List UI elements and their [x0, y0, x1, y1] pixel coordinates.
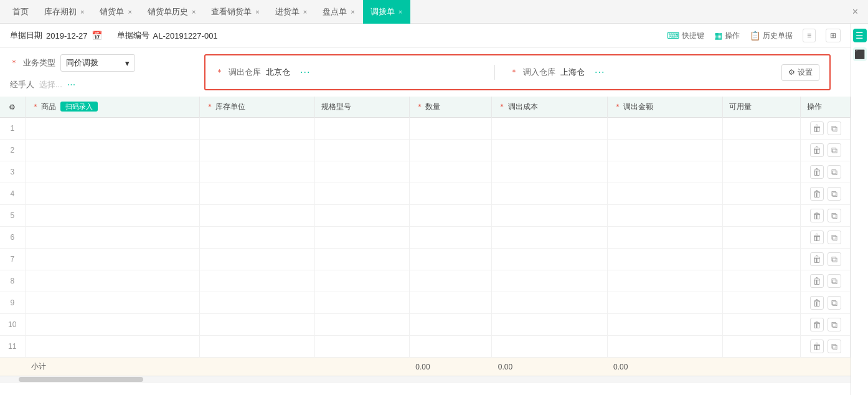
operations-action[interactable]: ▦ 操作 — [714, 31, 740, 41]
row-cost-8[interactable] — [492, 270, 607, 292]
delete-row-btn-5[interactable]: 🗑 — [810, 209, 824, 222]
out-warehouse-more-btn[interactable]: ··· — [300, 67, 310, 78]
row-qty-5[interactable] — [409, 205, 492, 227]
row-spec-7[interactable] — [315, 249, 410, 270]
sidebar-external-icon[interactable]: ⬛ — [853, 47, 867, 61]
biz-type-select[interactable]: 同价调拨 ▾ — [60, 54, 135, 72]
row-unit-8[interactable] — [199, 270, 314, 292]
shortcuts-action[interactable]: ⌨ 快捷键 — [667, 31, 704, 41]
sidebar-list-icon[interactable]: ☰ — [853, 29, 867, 42]
row-amount-7[interactable] — [607, 249, 722, 270]
row-available-7[interactable] — [722, 249, 800, 270]
delete-row-btn-2[interactable]: 🗑 — [810, 143, 824, 157]
delete-row-btn-4[interactable]: 🗑 — [810, 187, 824, 201]
copy-row-btn-4[interactable]: ⧉ — [828, 187, 841, 201]
row-available-10[interactable] — [722, 314, 800, 336]
row-spec-8[interactable] — [315, 270, 410, 292]
tab-view-sales[interactable]: 查看销货单 × — [204, 0, 267, 24]
row-product-11[interactable] — [25, 336, 199, 358]
copy-row-btn-8[interactable]: ⧉ — [828, 274, 841, 288]
tab-close-sales-order[interactable]: × — [128, 8, 131, 16]
row-unit-10[interactable] — [199, 314, 314, 336]
row-available-11[interactable] — [722, 336, 800, 358]
scan-button[interactable]: 扫码录入 — [60, 102, 98, 112]
row-cost-6[interactable] — [492, 227, 607, 249]
row-spec-6[interactable] — [315, 227, 410, 249]
col-gear[interactable]: ⚙ — [0, 97, 25, 118]
settings-button[interactable]: ⚙ 设置 — [781, 64, 819, 81]
row-cost-1[interactable] — [492, 118, 607, 140]
copy-row-btn-6[interactable]: ⧉ — [828, 231, 841, 244]
row-product-2[interactable] — [25, 140, 199, 161]
row-available-4[interactable] — [722, 183, 800, 205]
row-cost-3[interactable] — [492, 161, 607, 183]
row-spec-4[interactable] — [315, 183, 410, 205]
row-product-6[interactable] — [25, 227, 199, 249]
row-unit-11[interactable] — [199, 336, 314, 358]
row-unit-5[interactable] — [199, 205, 314, 227]
row-available-6[interactable] — [722, 227, 800, 249]
tab-close-stocktake[interactable]: × — [351, 8, 354, 16]
row-available-9[interactable] — [722, 292, 800, 314]
row-amount-5[interactable] — [607, 205, 722, 227]
row-unit-7[interactable] — [199, 249, 314, 270]
copy-row-btn-11[interactable]: ⧉ — [828, 340, 841, 353]
delete-row-btn-7[interactable]: 🗑 — [810, 252, 824, 266]
row-qty-10[interactable] — [409, 314, 492, 336]
row-amount-2[interactable] — [607, 140, 722, 161]
person-select[interactable]: 选择... — [39, 79, 62, 90]
row-spec-11[interactable] — [315, 336, 410, 358]
row-spec-9[interactable] — [315, 292, 410, 314]
delete-row-btn-1[interactable]: 🗑 — [810, 121, 824, 135]
copy-row-btn-3[interactable]: ⧉ — [828, 165, 841, 179]
horizontal-scrollbar[interactable] — [0, 376, 851, 383]
row-qty-1[interactable] — [409, 118, 492, 140]
person-more-btn[interactable]: ··· — [67, 79, 75, 90]
copy-row-btn-10[interactable]: ⧉ — [828, 318, 841, 331]
row-available-1[interactable] — [722, 118, 800, 140]
row-cost-11[interactable] — [492, 336, 607, 358]
row-cost-10[interactable] — [492, 314, 607, 336]
row-amount-8[interactable] — [607, 270, 722, 292]
delete-row-btn-11[interactable]: 🗑 — [810, 340, 824, 353]
tab-close-view-sales[interactable]: × — [255, 8, 259, 16]
row-amount-1[interactable] — [607, 118, 722, 140]
row-cost-4[interactable] — [492, 183, 607, 205]
tab-close-purchase[interactable]: × — [303, 8, 307, 16]
row-qty-11[interactable] — [409, 336, 492, 358]
tab-transfer[interactable]: 调拨单 × — [363, 0, 410, 24]
scroll-thumb[interactable] — [19, 377, 143, 382]
row-product-4[interactable] — [25, 183, 199, 205]
row-unit-3[interactable] — [199, 161, 314, 183]
row-cost-2[interactable] — [492, 140, 607, 161]
delete-row-btn-3[interactable]: 🗑 — [810, 165, 824, 179]
grid-toggle-action[interactable]: ⊞ — [826, 29, 841, 42]
tab-sales-order[interactable]: 销货单 × — [92, 0, 139, 24]
row-cost-7[interactable] — [492, 249, 607, 270]
row-qty-7[interactable] — [409, 249, 492, 270]
row-available-5[interactable] — [722, 205, 800, 227]
row-qty-4[interactable] — [409, 183, 492, 205]
copy-row-btn-2[interactable]: ⧉ — [828, 143, 841, 157]
window-close-button[interactable]: × — [847, 6, 863, 17]
row-product-9[interactable] — [25, 292, 199, 314]
copy-row-btn-1[interactable]: ⧉ — [828, 121, 841, 135]
row-product-8[interactable] — [25, 270, 199, 292]
view-toggle-action[interactable]: ≡ — [803, 29, 816, 42]
delete-row-btn-6[interactable]: 🗑 — [810, 231, 824, 244]
row-product-3[interactable] — [25, 161, 199, 183]
row-spec-5[interactable] — [315, 205, 410, 227]
row-amount-10[interactable] — [607, 314, 722, 336]
row-unit-1[interactable] — [199, 118, 314, 140]
row-product-5[interactable] — [25, 205, 199, 227]
row-qty-8[interactable] — [409, 270, 492, 292]
in-warehouse-more-btn[interactable]: ··· — [595, 67, 605, 78]
row-spec-10[interactable] — [315, 314, 410, 336]
row-amount-3[interactable] — [607, 161, 722, 183]
row-amount-11[interactable] — [607, 336, 722, 358]
delete-row-btn-8[interactable]: 🗑 — [810, 274, 824, 288]
row-qty-3[interactable] — [409, 161, 492, 183]
row-product-10[interactable] — [25, 314, 199, 336]
row-product-1[interactable] — [25, 118, 199, 140]
copy-row-btn-5[interactable]: ⧉ — [828, 209, 841, 222]
